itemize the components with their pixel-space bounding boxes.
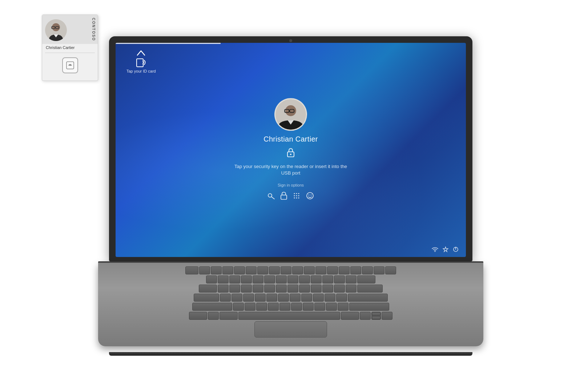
tap-icon-box [62,57,78,73]
key-q [218,285,229,293]
key-backtick [206,275,217,283]
lock-signin-icon[interactable] [281,192,287,202]
key-backspace [357,275,375,283]
key-j [290,294,301,302]
id-card-photo-svg [45,19,67,41]
svg-point-9 [285,105,296,116]
key-k [301,294,312,302]
laptop-bottom [87,261,494,355]
key-c [256,303,267,311]
id-card-header: CONTOSO [42,15,98,44]
key-equals [346,275,357,283]
company-label: CONTOSO [92,18,96,41]
key-ctrl-l [189,312,207,320]
key-f4 [234,266,245,274]
svg-point-24 [294,197,295,199]
keyboard-deck [98,263,483,346]
key-arrow-left [360,312,371,320]
chevron-up-icon [137,50,145,56]
touchpad[interactable] [254,321,327,338]
key-3 [241,275,252,283]
key-signin-icon[interactable] [267,192,275,201]
key-f3 [222,266,233,274]
key-f11 [315,266,326,274]
svg-rect-7 [137,59,143,67]
svg-point-21 [294,195,295,196]
key-space [238,312,340,320]
camera-dot [289,39,292,42]
svg-point-19 [296,193,297,194]
key-comma [314,303,325,311]
key-f9 [292,266,303,274]
power-tray-icon [453,246,459,253]
key-f [255,294,266,302]
svg-point-18 [294,193,295,194]
svg-point-20 [298,193,299,194]
key-enter2 [348,294,388,302]
key-esc [185,266,198,274]
key-shift-r [349,303,389,311]
key-end [362,266,373,274]
key-o [311,285,322,293]
key-row-numbers [113,275,468,283]
key-lbracket [334,285,345,293]
laptop-screen: Tap your ID card [116,43,466,257]
key-2 [229,275,240,283]
lock-svg [287,148,295,157]
key-u [287,285,298,293]
screen-instruction: Tap your security key on the reader or i… [229,163,353,176]
system-tray [432,246,459,253]
screen-center-content: Christian Cartier Tap your security key … [229,98,353,201]
key-row-fn [113,266,468,274]
key-h [278,294,289,302]
key-v [268,303,279,311]
key-f2 [211,266,222,274]
svg-point-27 [307,193,313,199]
key-l [313,294,324,302]
key-tab [199,285,217,293]
id-card-username: Christian Cartier [42,45,98,50]
key-row-asdf [113,294,468,302]
svg-point-30 [435,251,435,252]
key-0 [322,275,333,283]
svg-point-25 [296,197,297,199]
key-6 [276,275,287,283]
key-rbracket [346,285,357,293]
key-semicolon [325,294,335,302]
sign-in-options-label: Sign in options [278,183,304,188]
svg-line-16 [271,197,274,199]
key-pgup [374,266,384,274]
star-tray-icon [443,246,448,253]
key-shift-l [192,303,232,311]
key-period [326,303,337,311]
key-row-qwerty [113,285,468,293]
tap-card-icon [136,57,146,68]
laptop: Tap your ID card [87,36,494,356]
card-divider [45,53,95,53]
key-fn [208,312,219,320]
key-x [245,303,255,311]
svg-point-26 [298,197,299,199]
key-z [233,303,244,311]
key-row-bottom [113,312,468,320]
tap-card-label: Tap your ID card [126,69,156,73]
screen-bezel: Tap your ID card [109,36,472,261]
svg-point-28 [309,195,309,195]
key-e [241,285,252,293]
key-f12 [327,266,338,274]
screen-username: Christian Cartier [263,135,318,143]
key-i [299,285,310,293]
key-8 [299,275,310,283]
key-pgdn [385,266,396,274]
face-signin-icon[interactable] [306,192,314,202]
pin-signin-icon[interactable] [293,192,300,201]
key-caps [194,294,219,302]
key-alt-l [219,312,238,320]
key-del [339,266,350,274]
svg-point-23 [298,195,299,196]
key-quote [336,294,347,302]
svg-rect-17 [281,195,287,200]
key-alt-r [341,312,359,320]
key-home [350,266,361,274]
key-f8 [281,266,291,274]
